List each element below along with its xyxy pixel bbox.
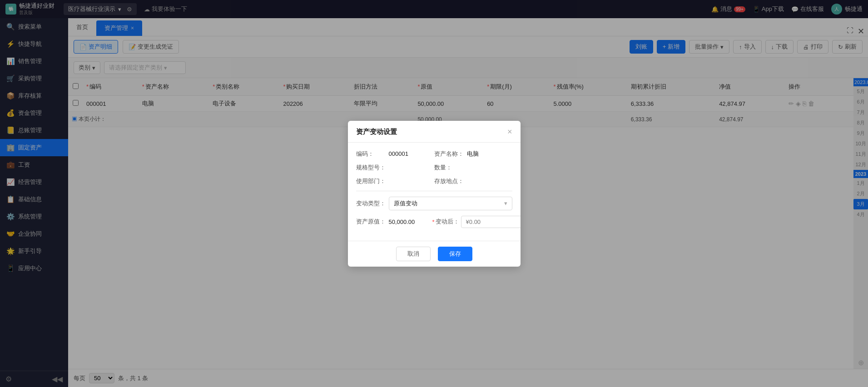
dialog-asset-value-value: 50,000.00	[389, 218, 425, 225]
dialog-row-model: 规格型号： 数量：	[356, 164, 512, 172]
dialog-code-label: 编码：	[356, 150, 389, 158]
dialog-row-dept: 使用部门： 存放地点：	[356, 177, 512, 185]
save-button[interactable]: 保存	[438, 247, 472, 261]
dialog-asset-name-value: 电脑	[467, 150, 512, 158]
dialog-model-group: 规格型号：	[356, 164, 434, 172]
cancel-button[interactable]: 取消	[396, 247, 431, 261]
dialog-asset-value-label: 资产原值：	[356, 218, 389, 226]
dialog-after-change-label: 变动后：	[436, 218, 459, 226]
dialog-dept-group: 使用部门：	[356, 177, 434, 185]
dialog-change-type-select[interactable]: 原值变动 ▾	[389, 197, 512, 210]
dialog-change-type-label: 变动类型：	[356, 199, 389, 208]
dialog-location-group: 存放地点：	[434, 177, 512, 185]
dialog-model-label: 规格型号：	[356, 164, 389, 172]
dialog-divider	[356, 191, 512, 191]
change-type-dropdown-icon: ▾	[504, 200, 507, 207]
dialog-asset-name-group: 资产名称： 电脑	[434, 150, 512, 158]
dialog-asset-name-label: 资产名称：	[434, 150, 467, 158]
dialog-code-value: 000001	[389, 150, 434, 157]
asset-change-dialog: 资产变动设置 × 编码： 000001 资产名称： 电脑 规格型号：	[348, 121, 521, 267]
after-change-required: *	[432, 218, 435, 225]
dialog-quantity-group: 数量：	[434, 164, 512, 172]
dialog-change-type-value: 原值变动	[394, 199, 417, 208]
dialog-header: 资产变动设置 ×	[348, 121, 521, 143]
dialog-dept-label: 使用部门：	[356, 177, 389, 185]
dialog-footer: 取消 保存	[348, 241, 521, 267]
after-change-input[interactable]	[461, 216, 521, 228]
dialog-row-asset-value: 资产原值： 50,000.00 * 变动后：	[356, 216, 512, 228]
dialog-close-btn[interactable]: ×	[507, 127, 512, 137]
dialog-body: 编码： 000001 资产名称： 电脑 规格型号： 数量：	[348, 143, 521, 241]
dialog-location-label: 存放地点：	[434, 177, 467, 185]
dialog-quantity-label: 数量：	[434, 164, 467, 172]
dialog-code-group: 编码： 000001	[356, 150, 434, 158]
dialog-row-code: 编码： 000001 资产名称： 电脑	[356, 150, 512, 158]
dialog-title: 资产变动设置	[356, 128, 397, 136]
dialog-row-change-type: 变动类型： 原值变动 ▾	[356, 197, 512, 210]
dialog-overlay: 资产变动设置 × 编码： 000001 资产名称： 电脑 规格型号：	[0, 0, 868, 387]
